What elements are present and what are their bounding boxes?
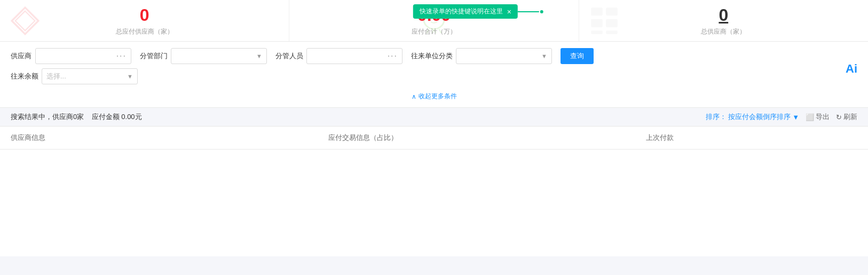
export-button[interactable]: ⬜ 导出 — [806, 112, 830, 122]
balance-arrow-icon: ▼ — [127, 73, 133, 80]
result-amount: 应付金额 0.00元 — [92, 113, 142, 121]
result-summary: 搜索结果中，供应商0家 — [11, 113, 84, 121]
filter-row-2: 往来余额 选择... ▼ — [11, 68, 857, 84]
supplier-more-icon[interactable]: ··· — [116, 51, 127, 61]
filter-item-department: 分管部门 ▼ — [140, 48, 267, 64]
sort-select[interactable]: 排序： 按应付会额倒序排序 ▼ — [706, 112, 799, 122]
tooltip-text: 快速录单的快捷键说明在这里 — [420, 7, 503, 16]
query-button[interactable]: 查询 — [561, 48, 594, 64]
tooltip-close-button[interactable]: × — [507, 8, 511, 15]
col-header-payable: 应付交易信息（占比） — [328, 133, 646, 143]
unit-category-label: 往来单位分类 — [411, 51, 453, 61]
manager-more-icon[interactable]: ··· — [388, 51, 398, 61]
svg-rect-8 — [606, 19, 618, 27]
svg-rect-6 — [606, 7, 618, 15]
unit-category-arrow-icon: ▼ — [541, 53, 547, 59]
svg-rect-7 — [591, 19, 603, 27]
export-label: 导出 — [816, 112, 830, 122]
grid-icon — [590, 6, 619, 35]
result-bar: 搜索结果中，供应商0家 应付金额 0.00元 排序： 按应付会额倒序排序 ▼ ⬜… — [0, 108, 868, 127]
filter-item-supplier: 供应商 ··· — [11, 48, 131, 64]
svg-rect-5 — [591, 7, 603, 15]
stat-label-payable-suppliers: 总应付供应商（家） — [116, 27, 173, 36]
tooltip-dot — [539, 9, 545, 14]
result-actions: 排序： 按应付会额倒序排序 ▼ ⬜ 导出 ↻ 刷新 — [706, 112, 857, 122]
supplier-label: 供应商 — [11, 51, 32, 61]
sort-option-label: 按应付会额倒序排序 — [728, 112, 791, 122]
col-header-lastpay: 上次付款 — [646, 133, 858, 143]
col-header-supplier: 供应商信息 — [11, 133, 328, 143]
stat-suppliers-payable: 0 总应付供应商（家） — [0, 0, 289, 41]
balance-select[interactable]: 选择... ▼ — [42, 68, 138, 84]
stat-label-total-suppliers: 总供应商（家） — [701, 27, 746, 36]
ai-label: Ai — [846, 62, 857, 76]
stat-total-suppliers: 0 总供应商（家） — [579, 0, 868, 41]
balance-label: 往来余额 — [11, 72, 38, 81]
svg-rect-10 — [606, 30, 618, 34]
stat-payable-total: 0.00 应付合计（万） 快速录单的快捷键说明在这里 × — [289, 0, 579, 41]
manager-label: 分管人员 — [275, 51, 303, 61]
collapse-chevron-icon: ∧ — [412, 93, 416, 100]
table-body — [0, 150, 868, 256]
result-info: 搜索结果中，供应商0家 应付金额 0.00元 — [11, 112, 142, 122]
export-icon: ⬜ — [806, 113, 814, 121]
department-arrow-icon: ▼ — [256, 53, 262, 59]
filter-row-1: 供应商 ··· 分管部门 ▼ 分管人员 ··· 往来单位分类 — [11, 48, 857, 64]
diamond-icon — [11, 6, 40, 35]
tooltip-bar: 快速录单的快捷键说明在这里 × — [413, 4, 518, 19]
stats-bar: 0 总应付供应商（家） 0.00 应付合计（万） 快速录单的快捷键说明在这里 × — [0, 0, 868, 42]
filter-item-manager: 分管人员 ··· — [275, 48, 403, 64]
stat-label-payable-total: 应付合计（万） — [412, 27, 456, 36]
balance-placeholder: 选择... — [46, 72, 66, 81]
stat-number-total-suppliers: 0 — [719, 5, 728, 25]
filter-bar: 供应商 ··· 分管部门 ▼ 分管人员 ··· 往来单位分类 — [0, 42, 868, 108]
sort-label: 排序： — [706, 112, 727, 122]
collapse-label: 收起更多条件 — [419, 92, 457, 101]
department-label: 分管部门 — [140, 51, 168, 61]
table-header: 供应商信息 应付交易信息（占比） 上次付款 — [0, 127, 868, 150]
refresh-icon: ↻ — [836, 113, 842, 121]
unit-category-select[interactable]: ▼ — [456, 48, 552, 64]
refresh-label: 刷新 — [843, 112, 857, 122]
department-select[interactable]: ▼ — [171, 48, 267, 64]
collapse-button[interactable]: ∧ 收起更多条件 — [11, 89, 857, 103]
supplier-input[interactable]: ··· — [35, 48, 131, 64]
refresh-button[interactable]: ↻ 刷新 — [836, 112, 857, 122]
filter-item-balance: 往来余额 选择... ▼ — [11, 68, 138, 84]
svg-rect-9 — [591, 30, 603, 34]
manager-input[interactable]: ··· — [306, 48, 403, 64]
sort-chevron-icon: ▼ — [792, 113, 799, 121]
stat-number-payable-suppliers: 0 — [140, 5, 149, 25]
filter-item-unit-category: 往来单位分类 ▼ — [411, 48, 552, 64]
